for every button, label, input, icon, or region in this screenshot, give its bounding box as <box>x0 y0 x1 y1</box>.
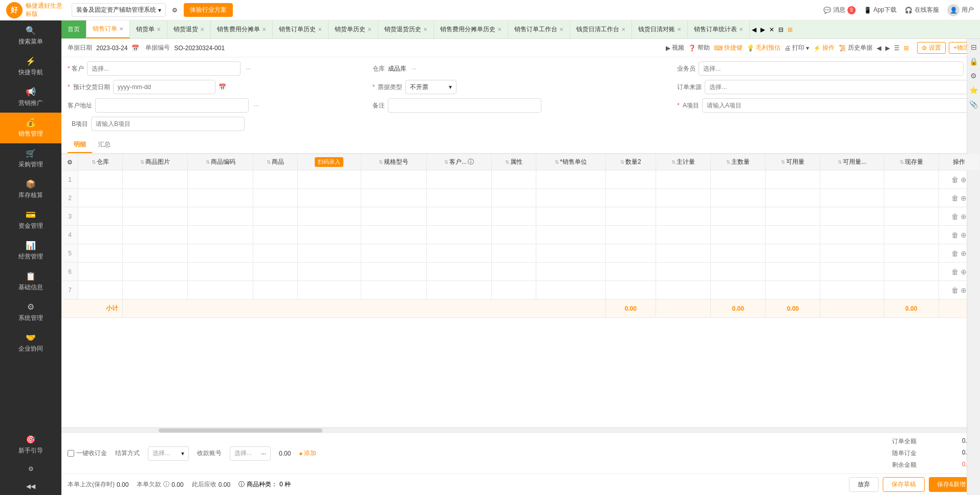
layout-grid-btn[interactable]: ⊞ <box>904 45 909 52</box>
quick-payment-checkbox[interactable]: 一键收订金 <box>68 449 107 458</box>
tab-home[interactable]: 首页 <box>61 20 86 38</box>
sidebar-item-sales[interactable]: 💰 销售管理 <box>0 113 61 143</box>
help-btn[interactable]: ❓ 帮助 <box>688 44 710 52</box>
warehouse-more-btn[interactable]: ··· <box>411 65 417 72</box>
tab-close-icon[interactable]: ✕ <box>157 27 161 32</box>
row-main-qty[interactable] <box>711 170 766 189</box>
tab-cash-workbench[interactable]: 钱货日清工作台 ✕ <box>570 20 632 38</box>
tab-prev-btn[interactable]: ◀ <box>750 26 758 33</box>
address-more-btn[interactable]: ··· <box>254 102 259 109</box>
tab-sales-order-history[interactable]: 销售订单历史 ✕ <box>273 20 329 38</box>
industry-solution-btn[interactable]: 体验行业方案 <box>184 3 233 17</box>
history-btn[interactable]: 📜 历史单据 <box>839 44 873 52</box>
nav-next-btn[interactable]: ▶ <box>885 45 890 52</box>
profit-btn[interactable]: 💡 毛利预估 <box>747 44 780 52</box>
discard-btn[interactable]: 放弃 <box>849 477 879 492</box>
add-payment-btn[interactable]: ● 添加 <box>299 449 316 458</box>
row-product[interactable] <box>253 170 298 189</box>
right-panel-btn-1[interactable]: ⊟ <box>968 41 980 53</box>
col-product[interactable]: ⇅商品 <box>253 154 298 170</box>
row-image[interactable] <box>122 170 188 189</box>
sidebar-item-purchase[interactable]: 🛒 采购管理 <box>0 143 61 174</box>
copy-icon[interactable]: ⊕ <box>961 286 967 294</box>
tab-close-icon[interactable]: ✕ <box>119 26 123 32</box>
invoice-type-select[interactable]: 不开票 ▾ <box>405 80 456 94</box>
table-scrollbar[interactable] <box>61 427 980 433</box>
order-source-input[interactable] <box>705 80 968 94</box>
shortcut-btn[interactable]: ⌨ 快捷键 <box>714 44 743 52</box>
settings-btn[interactable]: ⚙ <box>170 5 180 16</box>
col-main-unit[interactable]: ⇅主计量 <box>656 154 710 170</box>
project-b-input[interactable] <box>91 117 245 131</box>
row-customer-code[interactable] <box>426 170 492 189</box>
row-unit[interactable] <box>536 170 606 189</box>
quick-payment-check[interactable] <box>68 450 74 457</box>
operation-btn[interactable]: ⚡ 操作 <box>813 44 835 52</box>
sidebar-settings-btn[interactable]: ⚙ <box>0 460 61 478</box>
tab-order-workbench[interactable]: 销售订单工作台 ✕ <box>508 20 570 38</box>
settlement-select[interactable]: 选择... ▾ <box>148 446 189 461</box>
preview-btn[interactable]: ▶ 视频 <box>666 44 684 52</box>
right-panel-btn-4[interactable]: ⭐ <box>968 84 980 96</box>
row-attrs[interactable] <box>492 170 536 189</box>
user-avatar[interactable]: 👤 用户 <box>947 4 974 16</box>
print-btn[interactable]: 🖨 打印 ▾ <box>785 44 809 52</box>
row-stock[interactable] <box>884 170 939 189</box>
system-title-btn[interactable]: 装备及固定资产辅助管理系统 ▾ <box>72 3 166 17</box>
tab-fee-history[interactable]: 销售费用分摊单历史 ✕ <box>434 20 508 38</box>
save-draft-btn[interactable]: 保存草稿 <box>883 477 925 492</box>
copy-icon[interactable]: ⊕ <box>961 176 967 184</box>
calendar-icon[interactable]: 📅 <box>219 83 226 91</box>
online-service-btn[interactable]: 🎧 在线客服 <box>905 6 939 14</box>
row-available[interactable] <box>766 170 820 189</box>
copy-icon[interactable]: ⊕ <box>961 212 967 221</box>
project-a-input[interactable] <box>702 98 974 113</box>
copy-icon[interactable]: ⊕ <box>961 231 967 239</box>
scrollbar-thumb[interactable] <box>159 428 322 433</box>
row-main-unit[interactable] <box>656 170 710 189</box>
col-spec[interactable]: ⇅规格型号 <box>361 154 427 170</box>
tab-sales-order[interactable]: 销售订单 ✕ <box>86 20 130 38</box>
col-code[interactable]: ⇅商品编码 <box>188 154 253 170</box>
tab-sales-return[interactable]: 销货退货 ✕ <box>167 20 211 38</box>
delete-icon[interactable]: 🗑 <box>951 231 959 239</box>
row-warehouse[interactable] <box>78 189 123 207</box>
sidebar-item-search[interactable]: 🔍 搜索菜单 <box>0 20 61 51</box>
row-spec[interactable] <box>361 170 427 189</box>
sidebar-item-guide[interactable]: 🎯 新手引导 <box>0 429 61 460</box>
sidebar-item-enterprise[interactable]: 🤝 企业协同 <box>0 328 61 358</box>
tab-close-icon[interactable]: ✕ <box>559 27 563 32</box>
delete-icon[interactable]: 🗑 <box>951 268 959 276</box>
sidebar-item-system[interactable]: ⚙ 系统管理 <box>0 297 61 328</box>
col-qty2[interactable]: ⇅数量2 <box>605 154 656 170</box>
col-attrs[interactable]: ⇅属性 <box>492 154 536 170</box>
tab-sales-fee[interactable]: 销售费用分摊单 ✕ <box>211 20 273 38</box>
tab-sales-invoice[interactable]: 销货单 ✕ <box>130 20 167 38</box>
account-select[interactable]: 选择... ··· <box>230 446 271 461</box>
tab-return-history[interactable]: 销货退货历史 ✕ <box>378 20 434 38</box>
sidebar-item-nav[interactable]: ⚡ 快捷导航 <box>0 51 61 82</box>
detail-tab-summary[interactable]: 汇总 <box>92 137 117 153</box>
copy-icon[interactable]: ⊕ <box>961 194 967 202</box>
row-qty2[interactable] <box>605 170 656 189</box>
col-warehouse[interactable]: ⇅仓库 <box>78 154 123 170</box>
col-settings[interactable]: ⚙ <box>62 154 78 170</box>
sidebar-item-basic-info[interactable]: 📋 基础信息 <box>0 266 61 297</box>
sidebar-item-marketing[interactable]: 📢 营销推广 <box>0 82 61 113</box>
tab-close-icon[interactable]: ✕ <box>367 27 372 32</box>
sidebar-collapse-btn[interactable]: ◀◀ <box>0 478 61 495</box>
right-panel-btn-3[interactable]: ⚙ <box>968 70 980 82</box>
col-image[interactable]: ⇅商品图片 <box>122 154 188 170</box>
calendar-icon[interactable]: 📅 <box>132 45 139 52</box>
copy-icon[interactable]: ⊕ <box>961 268 967 276</box>
sidebar-item-operations[interactable]: 📊 经营管理 <box>0 235 61 266</box>
layout-list-btn[interactable]: ☰ <box>894 45 900 52</box>
customer-more-btn[interactable]: ··· <box>246 65 251 72</box>
tab-close-icon[interactable]: ✕ <box>621 27 625 32</box>
row-code[interactable] <box>188 170 253 189</box>
tab-close-icon[interactable]: ✕ <box>262 27 266 32</box>
detail-tab-detail[interactable]: 明细 <box>68 137 92 153</box>
tab-fullscreen-btn[interactable]: ⊞ <box>786 26 795 33</box>
tab-close-icon[interactable]: ✕ <box>423 27 427 32</box>
delete-icon[interactable]: 🗑 <box>951 249 959 257</box>
